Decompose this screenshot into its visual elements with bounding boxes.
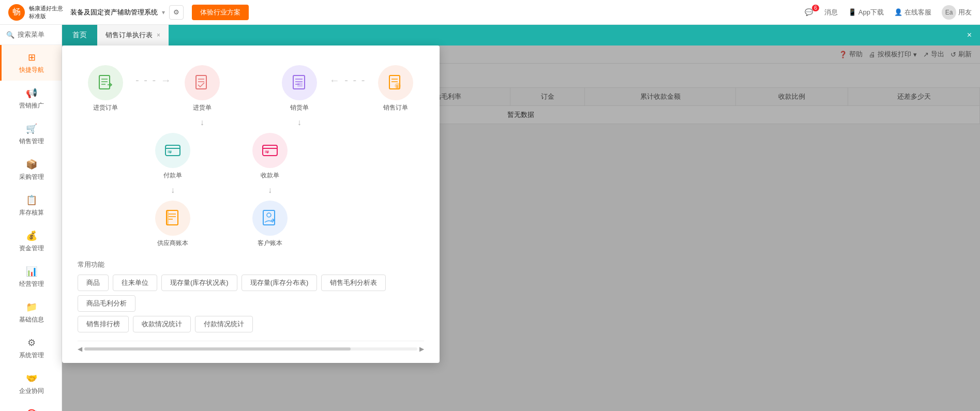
message-badge: 6 — [812, 5, 819, 11]
cf-buttons: 商品 往来单位 现存量(库存状况表) 现存量(库存分布表) 销售毛利分析表 商品… — [78, 275, 424, 312]
purchase-icon: 📦 — [25, 158, 38, 171]
cf-btn-product[interactable]: 商品 — [78, 275, 109, 291]
cf-btn-stock-dist[interactable]: 现存量(库存分布表) — [242, 275, 318, 291]
sidebar-label-quick-nav: 快捷导航 — [19, 66, 44, 74]
node-purchase-order[interactable]: 进货订单 — [88, 65, 123, 112]
online-service-button[interactable]: 👤 在线客服 — [894, 8, 931, 17]
cf-buttons-row2: 销售排行榜 收款情况统计 付款情况统计 — [78, 316, 424, 332]
sidebar-label-enterprise: 企业协同 — [19, 387, 44, 395]
sidebar-item-quick-nav[interactable]: ⊞ 快捷导航 — [0, 45, 62, 81]
top-header: 畅 畅康通好生意 标准版 装备及固定资产辅助管理系统 ▾ ⚙ 体验行业方案 💬 … — [0, 0, 980, 25]
cf-btn-sales-rank[interactable]: 销售排行榜 — [78, 316, 129, 332]
dropdown-arrow-icon[interactable]: ▾ — [162, 9, 165, 16]
scrollbar-thumb — [84, 347, 351, 351]
sidebar-item-inventory[interactable]: 📋 库存核算 — [0, 188, 62, 223]
cf-btn-payment-stat[interactable]: 收款情况统计 — [133, 316, 191, 332]
page-content: ❓ 帮助 🖨 按模板打印 ▾ ↗ 导出 ↺ 刷新 — [62, 45, 980, 411]
col-sales-order: $ 销售订单 — [368, 61, 424, 116]
settings-gear-button[interactable]: ⚙ — [169, 5, 184, 20]
marketing-icon: 📢 — [25, 87, 38, 99]
tab-bar-close-icon[interactable]: × — [963, 31, 976, 40]
header-right: 💬 6 消息 📱 App下载 👤 在线客服 Ea 用友 — [805, 5, 972, 20]
logo-area: 畅 畅康通好生意 标准版 — [8, 4, 70, 21]
sidebar-label-inventory: 库存核算 — [19, 208, 44, 217]
service-icon: 👤 — [894, 8, 902, 16]
node-customer-ledger[interactable]: 客户账本 — [252, 201, 288, 248]
app-download-label: App下载 — [858, 8, 884, 17]
cf-title: 常用功能 — [78, 260, 424, 269]
node-payment[interactable]: ¥ 付款单 — [155, 133, 190, 180]
flow-row3: 供应商账本 — [145, 196, 424, 252]
sales-order-label: 销售订单 — [383, 103, 408, 112]
supplier-ledger-label: 供应商账本 — [157, 239, 188, 248]
operation-icon: 📊 — [25, 265, 38, 278]
logo-text: 畅康通好生意 标准版 — [29, 5, 63, 20]
col-payment: ¥ 付款单 ↓ — [145, 129, 201, 196]
supplier-ledger-circle — [155, 201, 190, 236]
svg-point-31 — [267, 213, 271, 217]
search-menu-button[interactable]: 🔍 搜索菜单 — [0, 25, 62, 45]
cf-btn-product-profit[interactable]: 商品毛利分析 — [78, 295, 135, 312]
node-supplier-ledger[interactable]: 供应商账本 — [155, 201, 190, 248]
cf-btn-sales-profit[interactable]: 销售毛利分析表 — [321, 275, 386, 291]
app-download-button[interactable]: 📱 App下载 — [848, 8, 884, 17]
customer-ledger-circle — [252, 201, 288, 236]
search-icon: 🔍 — [6, 31, 14, 39]
sidebar-item-sales[interactable]: 🛒 销售管理 — [0, 116, 62, 152]
scrollbar-track[interactable] — [84, 347, 417, 351]
node-purchase-receipt[interactable]: 进货单 — [185, 65, 220, 112]
content-area: 首页 销售订单执行表 × × ❓ 帮助 🖨 按模板打印 ▾ — [62, 25, 980, 411]
guide-icon: 🎯 — [25, 408, 38, 411]
arrow-so-sr: ← - - - — [329, 74, 366, 86]
search-menu-label: 搜索菜单 — [18, 30, 44, 39]
node-receipt[interactable]: ¥ 收款单 — [252, 133, 288, 180]
svg-rect-11 — [297, 83, 303, 87]
sidebar-item-basic-info[interactable]: 📁 基础信息 — [0, 295, 62, 330]
receipt-circle: ¥ — [252, 133, 288, 168]
finance-icon: 💰 — [25, 230, 38, 242]
scroll-right-icon[interactable]: ▶ — [419, 345, 424, 353]
app-title-text: 装备及固定资产辅助管理系统 — [70, 8, 158, 17]
app-title-area: 装备及固定资产辅助管理系统 ▾ ⚙ 体验行业方案 — [70, 5, 805, 20]
receipt-label: 收款单 — [261, 171, 279, 180]
tab-home[interactable]: 首页 — [62, 25, 97, 45]
sidebar-label-operation: 经营管理 — [19, 280, 44, 288]
svg-rect-17 — [165, 145, 180, 156]
user-area[interactable]: Ea 用友 — [942, 5, 972, 20]
sidebar-item-marketing[interactable]: 📢 营销推广 — [0, 81, 62, 116]
sidebar-item-operation[interactable]: 📊 经营管理 — [0, 259, 62, 295]
system-icon: ⚙ — [25, 337, 38, 349]
sidebar-label-sales: 销售管理 — [19, 137, 44, 146]
tab-sales-order[interactable]: 销售订单执行表 × — [97, 25, 169, 45]
sidebar-item-purchase[interactable]: 📦 采购管理 — [0, 152, 62, 188]
sidebar-item-guide[interactable]: 🎯 新手引导 — [0, 402, 62, 411]
cf-btn-stock-status[interactable]: 现存量(库存状况表) — [161, 275, 237, 291]
node-sales-receipt[interactable]: 销货单 — [282, 65, 317, 112]
tab-sales-order-label: 销售订单执行表 — [105, 31, 153, 40]
col-purchase-order: 进货订单 — [78, 61, 133, 116]
user-name: 用友 — [958, 8, 972, 17]
svg-rect-29 — [167, 210, 169, 225]
message-button[interactable]: 💬 6 消息 — [805, 8, 838, 17]
inventory-icon: 📋 — [25, 194, 38, 206]
basic-info-icon: 📁 — [25, 301, 38, 313]
cf-btn-payout-stat[interactable]: 付款情况统计 — [195, 316, 253, 332]
cf-btn-unit[interactable]: 往来单位 — [113, 275, 157, 291]
scroll-left-icon[interactable]: ◀ — [78, 345, 82, 353]
tab-close-icon[interactable]: × — [157, 32, 160, 39]
purchase-order-circle — [88, 65, 123, 100]
sidebar-label-marketing: 营销推广 — [19, 101, 44, 110]
purchase-receipt-label: 进货单 — [193, 103, 212, 112]
message-label: 消息 — [824, 8, 838, 17]
tab-bar: 首页 销售订单执行表 × × — [62, 25, 980, 45]
sidebar-item-enterprise[interactable]: 🤝 企业协同 — [0, 366, 62, 402]
sidebar-item-finance[interactable]: 💰 资金管理 — [0, 223, 62, 259]
main-layout: 🔍 搜索菜单 ⊞ 快捷导航 📢 营销推广 🛒 销售管理 📦 采购管理 📋 库存核… — [0, 25, 980, 411]
sidebar-label-finance: 资金管理 — [19, 244, 44, 253]
sidebar-label-system: 系统管理 — [19, 351, 44, 360]
sidebar-item-system[interactable]: ⚙ 系统管理 — [0, 330, 62, 366]
trial-button[interactable]: 体验行业方案 — [192, 5, 249, 20]
payment-label: 付款单 — [163, 171, 182, 180]
node-sales-order[interactable]: $ 销售订单 — [378, 65, 413, 112]
svg-rect-30 — [263, 210, 275, 225]
